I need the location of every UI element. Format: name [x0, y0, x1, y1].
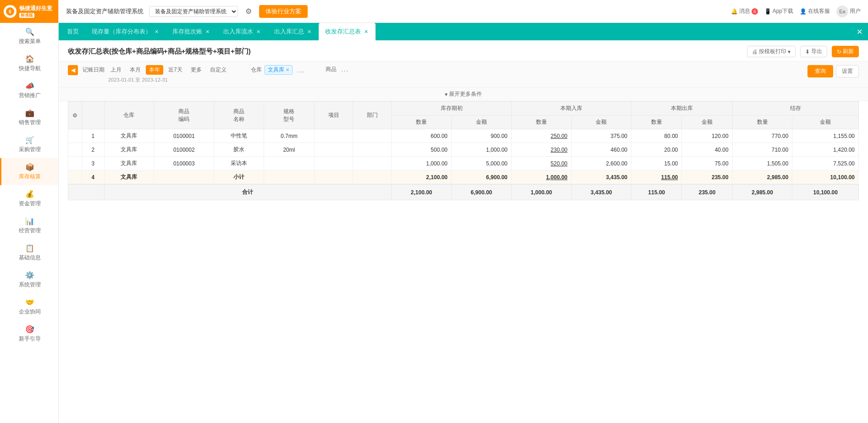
logo-tag: 标准版	[19, 13, 34, 18]
product-label: 商品	[326, 66, 337, 73]
date-custom[interactable]: 自定义	[207, 65, 230, 75]
date-range-display: 2023-01-01 至 2023-12-31	[108, 77, 168, 82]
user-label: 用户	[850, 7, 861, 15]
svg-text:6: 6	[9, 9, 11, 14]
sales-icon: 💼	[25, 109, 34, 117]
row-warehouse: 文具库	[104, 129, 154, 143]
tab-stock-dist[interactable]: 现存量（库存分布表） ✕	[85, 23, 166, 40]
date-more[interactable]: 更多	[188, 65, 205, 75]
row-open-amt: 5,000.00	[452, 157, 512, 170]
row-open-qty: 500.00	[392, 143, 452, 157]
row-in-qty[interactable]: 250.00	[511, 129, 571, 143]
row-settings	[68, 170, 82, 185]
close-all-tabs[interactable]: ✕	[853, 26, 866, 38]
row-warehouse: 文具库	[104, 170, 154, 185]
export-btn[interactable]: ⬇ 导出	[800, 46, 827, 57]
row-spec: 0.7mm	[264, 129, 314, 143]
row-open-qty: 600.00	[392, 129, 452, 143]
query-btn[interactable]: 查询	[807, 65, 833, 77]
target-icon: 🎯	[25, 325, 34, 334]
row-in-amt: 2,600.00	[571, 157, 631, 170]
settings-icon[interactable]: ⚙	[243, 5, 254, 17]
tab-close-receive[interactable]: ✕	[363, 28, 369, 35]
warehouse-tag-close[interactable]: ✕	[286, 67, 289, 72]
sidebar-item-sales[interactable]: 💼 销售管理	[0, 104, 58, 131]
col-no-header	[82, 102, 105, 129]
system-selector[interactable]: 装备及固定资产辅助管理系统	[149, 6, 238, 17]
row-name: 采访本	[214, 157, 264, 170]
user-item[interactable]: Ea 用户	[836, 5, 861, 17]
date-this-year[interactable]: 本年	[146, 65, 163, 75]
tab-home[interactable]: 首页	[61, 23, 85, 40]
tab-inout-summary[interactable]: 出入库汇总 ✕	[268, 23, 319, 40]
row-in-qty[interactable]: 230.00	[511, 143, 571, 157]
footer-out-qty: 115.00	[631, 184, 682, 200]
col-dept-header: 部门	[353, 102, 392, 129]
row-code: 0100001	[154, 129, 214, 143]
footer-row: 合计 2,100.00 6,900.00 1,000.00 3,435.00 1…	[68, 184, 859, 200]
sidebar-item-quicknav[interactable]: 🏠 快捷导航	[0, 50, 58, 77]
row-spec	[264, 170, 314, 185]
setting-btn[interactable]: 设置	[836, 65, 859, 77]
row-out-qty[interactable]: 115.00	[631, 170, 682, 185]
footer-open-qty: 2,100.00	[392, 184, 452, 200]
tab-close-batch[interactable]: ✕	[205, 28, 210, 35]
row-in-qty[interactable]: 1,000.00	[511, 170, 571, 185]
sidebar-item-finance[interactable]: 💰 资金管理	[0, 185, 58, 212]
filter-product-group: 商品 ...	[318, 65, 348, 73]
col-in-amt: 金额	[571, 115, 631, 129]
tab-close-inout[interactable]: ✕	[306, 28, 312, 35]
sidebar-item-inventory[interactable]: 📦 库存核算	[0, 158, 58, 185]
notification-badge: 6	[752, 8, 758, 15]
refresh-btn[interactable]: ↻ 刷新	[832, 46, 859, 57]
row-in-qty[interactable]: 520.00	[511, 157, 571, 170]
sidebar-item-operation[interactable]: 📊 经营管理	[0, 212, 58, 239]
col-code-header: 商品编码	[154, 102, 214, 129]
date-buttons: 上月 本月 本年 近7天 更多 自定义	[107, 65, 230, 75]
table-area: ⚙ 仓库 商品编码 商品名称 规格型号 项目 部门 库存期初 本期入库 本期出库…	[59, 101, 868, 423]
col-open-amt: 金额	[452, 115, 512, 129]
row-out-qty: 15.00	[631, 157, 682, 170]
filter-area: ◀ 记账日期 上月 本月 本年 近7天 更多 自定义	[59, 61, 868, 88]
row-code: 0100002	[154, 143, 214, 157]
export-icon: ⬇	[805, 49, 810, 55]
sidebar-item-purchase[interactable]: 🛒 采购管理	[0, 131, 58, 158]
tab-close-flow[interactable]: ✕	[255, 28, 261, 35]
experience-btn[interactable]: 体验行业方案	[259, 5, 308, 18]
sidebar-item-newbie[interactable]: 🎯 新手引导	[0, 320, 58, 347]
product-more[interactable]: ...	[341, 65, 348, 73]
tab-receive-summary[interactable]: 收发存汇总表 ✕	[319, 23, 376, 40]
notification-item[interactable]: 🔔 消息 6	[731, 7, 758, 15]
date-last-month[interactable]: 上月	[107, 65, 125, 75]
tab-flow[interactable]: 出入库流水 ✕	[217, 23, 268, 40]
notification-label: 消息	[739, 7, 750, 15]
row-out-amt: 40.00	[682, 143, 732, 157]
sidebar-item-search[interactable]: 🔍 搜索菜单	[0, 23, 58, 50]
home-icon: 🏠	[25, 55, 34, 63]
sidebar-item-marketing[interactable]: 📣 营销推广	[0, 77, 58, 104]
tab-close-stock-dist[interactable]: ✕	[154, 28, 160, 35]
data-table: ⚙ 仓库 商品编码 商品名称 规格型号 项目 部门 库存期初 本期入库 本期出库…	[68, 101, 859, 200]
filter-toggle-btn[interactable]: ◀	[68, 65, 78, 75]
date-this-month[interactable]: 本月	[127, 65, 144, 75]
col-close-amt: 金额	[792, 115, 859, 129]
row-close-amt: 1,420.00	[792, 143, 859, 157]
sidebar-item-basic-info[interactable]: 📋 基础信息	[0, 239, 58, 266]
tab-batch[interactable]: 库存批次账 ✕	[166, 23, 217, 40]
sidebar-item-collab[interactable]: 🤝 企业协同	[0, 293, 58, 320]
sidebar-item-system[interactable]: ⚙️ 系统管理	[0, 266, 58, 293]
col-close-qty: 数量	[732, 115, 792, 129]
footer-out-amt: 235.00	[682, 184, 732, 200]
online-service-item[interactable]: 👤 在线客服	[800, 7, 830, 15]
col-in-qty: 数量	[511, 115, 571, 129]
warehouse-more[interactable]: ...	[297, 66, 304, 74]
col-settings-header[interactable]: ⚙	[68, 102, 82, 129]
online-service-label: 在线客服	[808, 7, 830, 15]
app-download-item[interactable]: 📱 App下载	[764, 7, 793, 15]
table-row: 3文具库0100003采访本1,000.005,000.00520.002,60…	[68, 157, 859, 170]
handshake-icon: 🤝	[25, 298, 34, 307]
expand-conditions-row[interactable]: ▾ 展开更多条件	[59, 88, 868, 101]
date-label: 记账日期	[83, 66, 105, 74]
date-7days[interactable]: 近7天	[165, 65, 186, 75]
print-template-btn[interactable]: 🖨 按模板打印 ▾	[747, 46, 796, 57]
